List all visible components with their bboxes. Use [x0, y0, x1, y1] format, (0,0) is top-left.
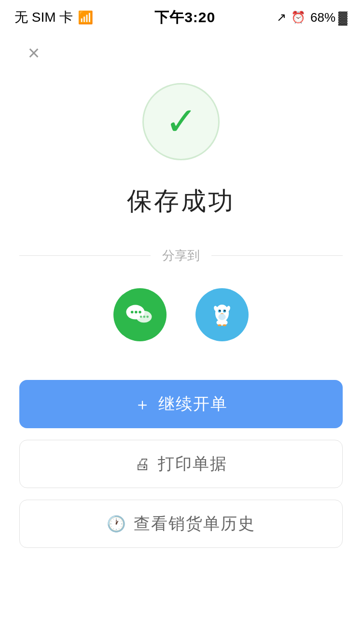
divider-left	[19, 255, 151, 256]
svg-point-4	[139, 311, 141, 313]
success-circle: ✓	[142, 83, 220, 160]
close-button[interactable]: ×	[19, 39, 48, 68]
print-icon: 🖨	[135, 456, 151, 472]
svg-point-15	[218, 314, 225, 320]
alarm-icon: ⏰	[291, 11, 306, 24]
plus-icon: ＋	[134, 396, 152, 412]
battery-percent: 68%	[310, 10, 335, 25]
svg-point-3	[135, 311, 137, 313]
main-content: ✓ 保存成功 分享到	[0, 35, 362, 548]
share-icons	[113, 288, 249, 341]
status-left: 无 SIM 卡 📶	[14, 8, 93, 27]
battery-info: 68% ▓	[310, 10, 348, 25]
history-button[interactable]: 🕐 查看销货单历史	[19, 500, 343, 548]
qq-icon	[207, 299, 237, 330]
divider-right	[211, 255, 343, 256]
svg-point-5	[140, 316, 142, 318]
status-right: ↗ ⏰ 68% ▓	[277, 10, 348, 25]
svg-point-12	[219, 310, 221, 311]
continue-label: 继续开单	[158, 393, 228, 415]
svg-point-16	[218, 324, 222, 326]
qq-share-button[interactable]	[195, 288, 249, 341]
wifi-icon: 📶	[78, 10, 93, 25]
checkmark-icon: ✓	[165, 102, 197, 141]
location-icon: ↗	[277, 11, 286, 24]
no-sim-label: 无 SIM 卡	[14, 8, 73, 27]
action-buttons: ＋ 继续开单 🖨 打印单据 🕐 查看销货单历史	[0, 380, 362, 548]
wechat-share-button[interactable]	[113, 288, 167, 341]
share-divider: 分享到	[0, 247, 362, 264]
svg-point-13	[224, 310, 225, 311]
history-icon: 🕐	[107, 516, 127, 532]
svg-point-7	[146, 316, 149, 318]
history-label: 查看销货单历史	[134, 513, 255, 535]
battery-icon: ▓	[338, 10, 348, 25]
svg-point-6	[143, 316, 145, 318]
status-bar: 无 SIM 卡 📶 下午3:20 ↗ ⏰ 68% ▓	[0, 0, 362, 35]
continue-button[interactable]: ＋ 继续开单	[19, 380, 343, 428]
print-button[interactable]: 🖨 打印单据	[19, 440, 343, 488]
share-label: 分享到	[151, 247, 211, 264]
print-label: 打印单据	[158, 453, 227, 475]
success-title: 保存成功	[127, 184, 235, 218]
status-time: 下午3:20	[154, 8, 215, 28]
svg-point-2	[131, 311, 133, 313]
wechat-icon	[124, 298, 156, 331]
svg-point-17	[223, 324, 226, 326]
svg-point-9	[216, 320, 227, 326]
close-icon: ×	[28, 43, 40, 63]
